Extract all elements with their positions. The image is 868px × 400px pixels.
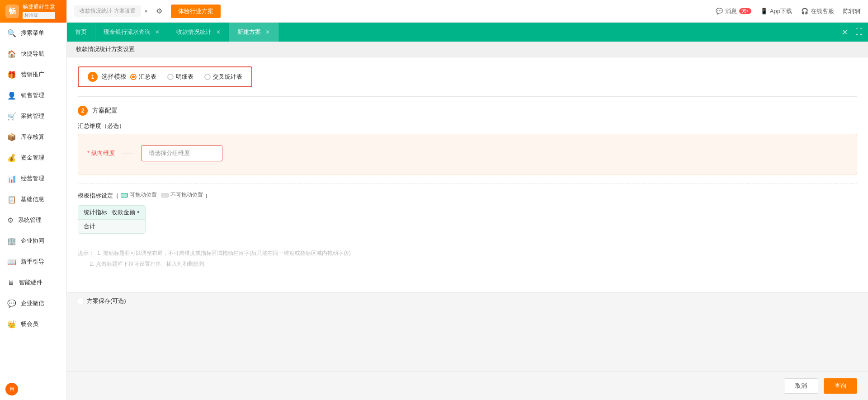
indicator-title: 模板指标设定（ 可拖动位置 不可拖动位置 ） [78,191,211,200]
sidebar-item-quick-nav[interactable]: 🏠 快捷导航 [0,43,66,64]
breadcrumb-area: 收款情况统计-方案设置 ▾ [74,5,147,17]
sidebar-item-label: 经营管理 [21,174,44,183]
tab-close-stats[interactable]: ✕ [216,29,221,35]
sidebar-item-label: 新手引导 [21,258,44,266]
trial-button[interactable]: 体验行业方案 [171,5,221,18]
sidebar-item-inventory[interactable]: 📦 库存核算 [0,127,66,147]
tab-close-window[interactable]: ✕ [839,27,850,38]
sidebar-item-label: 企业协同 [21,237,44,245]
sidebar-item-basic-info[interactable]: 📋 基础信息 [0,189,66,210]
form-area: 1 选择模板 汇总表 明细表 [67,57,868,292]
radio-cross[interactable]: 交叉统计表 [204,73,242,81]
sidebar-item-label: 畅会员 [21,320,38,328]
sidebar-item-purchase[interactable]: 🛒 采购管理 [0,106,66,127]
sidebar-item-operations[interactable]: 📊 经营管理 [0,168,66,189]
tab-new-plan[interactable]: 新建方案 ✕ [229,23,278,42]
logo-icon: 畅 [5,5,19,18]
breadcrumb-dropdown-icon[interactable]: ▾ [145,8,147,14]
vertical-dimension-label: * 纵向维度 [87,149,115,157]
tips-section: 提示： 1. 拖动标题栏可以调整布局，不可跨维度或指标区域拖动栏目字段(只能在同… [78,243,857,274]
logo-title: 畅捷通好生意 [23,4,55,11]
sidebar: 畅 畅捷通好生意 标准版 🔍 搜索菜单 🏠 快捷导航 🎁 营销推广 👤 销售管理… [0,0,67,400]
checkbox-label: 方案保存(可选) [87,297,126,305]
step1-title: 选择模板 [101,73,127,81]
header-right: 💬 消息 99+ 📱 App下载 🎧 在线客服 陈轲轲 [716,7,861,15]
sidebar-item-wechat[interactable]: 💬 企业微信 [0,293,66,314]
sidebar-item-capital[interactable]: 💰 资金管理 [0,147,66,168]
tab-bank[interactable]: 现金银行流水查询 ✕ [95,23,168,42]
radio-summary[interactable]: 汇总表 [130,73,156,81]
app-download-button[interactable]: 📱 App下载 [760,7,792,15]
tab-maximize[interactable]: ⛶ [854,27,864,38]
step2-num: 2 [78,106,88,116]
top-header: 收款情况统计-方案设置 ▾ ⚙ 体验行业方案 💬 消息 99+ 📱 App下载 … [67,0,868,23]
stats-dropdown-area[interactable]: 收款金额 ▾ [112,208,140,216]
stats-dropdown-arrow[interactable]: ▾ [137,209,140,215]
bottom-bar: 方案保存(可选) [67,292,868,310]
sidebar-item-guide[interactable]: 📖 新手引导 [0,251,66,272]
tab-home[interactable]: 首页 [67,23,95,42]
radio-dot-detail [167,74,174,80]
non-draggable-tag: 不可拖动位置 [161,191,203,199]
stats-header-row: 统计指标 收款金额 ▾ [84,208,140,216]
message-button[interactable]: 💬 消息 99+ [716,7,751,15]
page-content: 收款情况统计方案设置 1 选择模板 汇总表 [67,42,868,400]
box-icon: 📦 [7,133,16,141]
search-icon: 🔍 [7,29,16,38]
clipboard-icon: 📋 [7,195,16,204]
tip1: 提示： 1. 拖动标题栏可以调整布局，不可跨维度或指标区域拖动栏目字段(只能在同… [78,248,857,259]
footer-buttons: 取消 查询 [67,372,868,400]
page-title: 收款情况统计方案设置 [67,42,868,57]
message-badge: 99+ [739,8,751,14]
sidebar-item-label: 系统管理 [18,216,42,224]
tab-close-new-plan[interactable]: ✕ [265,29,270,35]
indicator-header: 模板指标设定（ 可拖动位置 不可拖动位置 ） [78,191,857,200]
tab-close-bank[interactable]: ✕ [155,29,160,35]
download-icon: 📱 [760,8,768,14]
step1-num: 1 [88,72,98,82]
dimension-input[interactable]: 请选择分组维度 [141,145,222,161]
indicator-section: 模板指标设定（ 可拖动位置 不可拖动位置 ） [78,184,857,274]
main-area: 收款情况统计-方案设置 ▾ ⚙ 体验行业方案 💬 消息 99+ 📱 App下载 … [67,0,868,400]
query-button[interactable]: 查询 [824,378,857,394]
logo-badge: 标准版 [23,12,55,19]
draggable-tag-box [121,193,128,198]
sidebar-item-label: 智能硬件 [19,278,42,287]
home-icon: 🏠 [7,50,16,58]
support-icon: 🎧 [801,8,808,14]
template-radio-group: 汇总表 明细表 交叉统计表 [130,73,242,81]
step2-header: 2 方案配置 [78,106,857,116]
sidebar-item-label: 销售管理 [21,91,44,99]
step2-title: 方案配置 [92,107,118,115]
cancel-button[interactable]: 取消 [784,378,818,394]
sidebar-item-search[interactable]: 🔍 搜索菜单 [0,23,66,43]
book-icon: 📖 [7,258,16,266]
support-button[interactable]: 🎧 在线客服 [801,7,834,15]
monitor-icon: 🖥 [7,278,14,287]
sidebar-item-system[interactable]: ⚙ 系统管理 [0,210,66,231]
non-draggable-tag-box [161,193,169,198]
sidebar-bottom: 用 [0,378,66,400]
sidebar-item-smart-hw[interactable]: 🖥 智能硬件 [0,272,66,293]
template-selector-box: 1 选择模板 汇总表 明细表 [78,66,252,87]
sidebar-item-label: 库存核算 [21,133,44,141]
radio-dot-cross [204,74,211,80]
tip2: 2. 点击标题栏下拉可设置排序、插入列和删除列 [78,259,857,269]
tab-bar: 首页 现金银行流水查询 ✕ 收款情况统计 ✕ 新建方案 ✕ ✕ ⛶ [67,23,868,42]
logo: 畅 畅捷通好生意 标准版 [0,0,66,23]
avatar: 用 [5,383,18,395]
sidebar-item-sales[interactable]: 👤 销售管理 [0,85,66,106]
sidebar-item-marketing[interactable]: 🎁 营销推广 [0,64,66,85]
gear-icon: ⚙ [7,216,14,225]
tab-stats[interactable]: 收款情况统计 ✕ [168,23,229,42]
save-plan-checkbox[interactable]: 方案保存(可选) [78,297,126,305]
settings-button[interactable]: ⚙ [153,5,165,18]
chart-icon: 📊 [7,174,16,183]
sidebar-item-member[interactable]: 👑 畅会员 [0,314,66,334]
step1-header: 1 选择模板 汇总表 明细表 [78,66,857,87]
message-icon: 💬 [716,8,723,14]
checkbox-box[interactable] [78,298,84,304]
radio-detail[interactable]: 明细表 [167,73,193,81]
sidebar-item-enterprise[interactable]: 🏢 企业协同 [0,231,66,251]
radio-dot-summary [130,74,137,80]
